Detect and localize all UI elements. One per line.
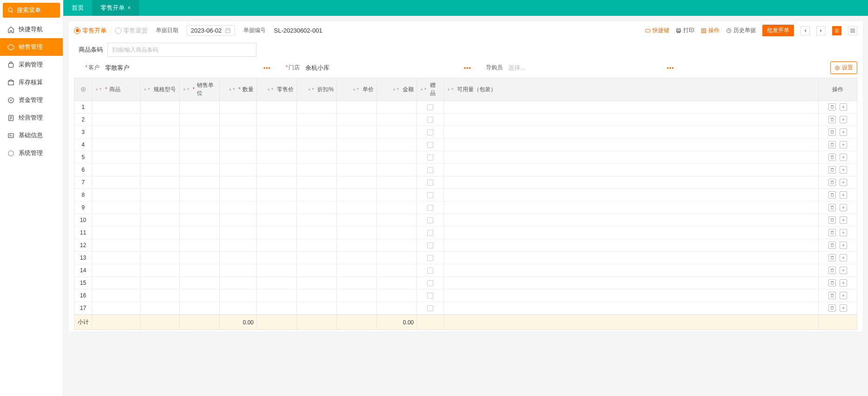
delete-row-button[interactable] [828, 128, 836, 136]
shortcut-button[interactable]: 快捷键 [645, 27, 669, 34]
table-row[interactable]: 11 [74, 227, 857, 239]
add-row-button[interactable] [840, 128, 847, 136]
add-row-button[interactable] [840, 141, 847, 148]
delete-row-button[interactable] [828, 141, 836, 148]
add-row-button[interactable] [840, 154, 847, 161]
bulk-order-button[interactable]: 批发开单 [762, 25, 794, 36]
table-row[interactable]: 13 [74, 252, 857, 264]
th-unit[interactable]: ▲▼*销售单位 [180, 78, 220, 101]
grid-view-button[interactable] [848, 26, 857, 35]
list-view-button[interactable] [832, 26, 841, 35]
gift-checkbox[interactable] [427, 305, 433, 311]
gift-checkbox[interactable] [427, 154, 433, 161]
delete-row-button[interactable] [828, 179, 836, 186]
gift-checkbox[interactable] [427, 180, 433, 186]
delete-row-button[interactable] [828, 292, 836, 299]
add-row-button[interactable] [840, 191, 847, 199]
gift-checkbox[interactable] [427, 142, 433, 148]
delete-row-button[interactable] [828, 103, 836, 111]
add-row-button[interactable] [840, 216, 847, 224]
tab-首页[interactable]: 首页 [63, 0, 92, 16]
delete-row-button[interactable] [828, 304, 836, 312]
table-row[interactable]: 6 [74, 164, 857, 176]
add-row-button[interactable] [840, 179, 847, 186]
guide-picker[interactable]: 选择... ••• [507, 62, 675, 74]
delete-row-button[interactable] [828, 242, 836, 249]
add-row-button[interactable] [840, 204, 847, 211]
gift-checkbox[interactable] [427, 217, 433, 223]
delete-row-button[interactable] [828, 279, 836, 287]
table-row[interactable]: 2 [74, 114, 857, 126]
add-row-button[interactable] [840, 304, 847, 312]
th-amount[interactable]: ▲▼金额 [377, 78, 417, 101]
table-row[interactable]: 12 [74, 239, 857, 252]
gift-checkbox[interactable] [427, 230, 433, 236]
table-row[interactable]: 1 [74, 101, 857, 114]
table-row[interactable]: 3 [74, 126, 857, 139]
th-disc[interactable]: ▲▼折扣% [297, 78, 337, 101]
barcode-input[interactable] [108, 43, 256, 57]
th-spec[interactable]: ▲▼规格型号 [141, 78, 180, 101]
add-row-button[interactable] [840, 292, 847, 299]
table-row[interactable]: 17 [74, 302, 857, 315]
th-price[interactable]: ▲▼零售价 [257, 78, 297, 101]
gift-checkbox[interactable] [427, 192, 433, 198]
search-menu-button[interactable]: 搜索菜单 [3, 3, 60, 18]
delete-row-button[interactable] [828, 154, 836, 161]
table-row[interactable]: 9 [74, 201, 857, 214]
table-row[interactable]: 7 [74, 176, 857, 189]
history-button[interactable]: 历史单据 [726, 27, 756, 34]
table-row[interactable]: 8 [74, 189, 857, 201]
th-gear[interactable] [74, 78, 92, 101]
add-row-button[interactable] [840, 116, 847, 123]
gift-checkbox[interactable] [427, 268, 433, 274]
radio-retail-return[interactable]: 零售退货 [115, 27, 148, 35]
delete-row-button[interactable] [828, 191, 836, 199]
table-row[interactable]: 4 [74, 139, 857, 151]
th-product[interactable]: ▲▼*商品 [92, 78, 141, 101]
sidebar-item-stock[interactable]: 库存核算 [0, 74, 63, 91]
add-row-button[interactable] [840, 254, 847, 262]
add-row-button[interactable] [840, 103, 847, 111]
gift-checkbox[interactable] [427, 255, 433, 261]
customer-picker[interactable]: 零散客户 ••• [104, 62, 272, 74]
add-row-button[interactable] [840, 267, 847, 274]
next-button[interactable] [816, 26, 826, 35]
operate-button[interactable]: 操作 [701, 27, 720, 34]
table-row[interactable]: 5 [74, 151, 857, 164]
sidebar-item-biz[interactable]: 经营管理 [0, 109, 63, 127]
th-uprice[interactable]: ▲▼单价 [337, 78, 377, 101]
add-row-button[interactable] [840, 242, 847, 249]
gift-checkbox[interactable] [427, 293, 433, 299]
table-row[interactable]: 10 [74, 214, 857, 227]
sidebar-item-home[interactable]: 快捷导航 [0, 20, 63, 38]
sidebar-item-fund[interactable]: ¥资金管理 [0, 91, 63, 109]
th-qty[interactable]: ▲▼*数量 [220, 78, 257, 101]
table-row[interactable]: 14 [74, 264, 857, 277]
gift-checkbox[interactable] [427, 167, 433, 173]
sidebar-item-base[interactable]: 基础信息 [0, 127, 63, 144]
delete-row-button[interactable] [828, 254, 836, 262]
add-row-button[interactable] [840, 279, 847, 287]
delete-row-button[interactable] [828, 216, 836, 224]
delete-row-button[interactable] [828, 116, 836, 123]
store-picker[interactable]: 余杭小库 ••• [304, 62, 472, 74]
delete-row-button[interactable] [828, 204, 836, 211]
close-icon[interactable]: × [128, 5, 131, 11]
th-avail[interactable]: ▲▼可用量（包装） [444, 78, 819, 101]
gift-checkbox[interactable] [427, 242, 433, 248]
print-button[interactable]: 打印 [676, 27, 694, 34]
tab-零售开单[interactable]: 零售开单× [92, 0, 139, 16]
add-row-button[interactable] [840, 166, 847, 174]
add-row-button[interactable] [840, 229, 847, 236]
gift-checkbox[interactable] [427, 205, 433, 211]
gift-checkbox[interactable] [427, 117, 433, 123]
prev-button[interactable] [801, 26, 810, 35]
th-gift[interactable]: ▲▼赠品 [417, 78, 444, 101]
gift-checkbox[interactable] [427, 104, 433, 110]
radio-retail-open[interactable]: 零售开单 [74, 27, 107, 35]
sidebar-item-purchase[interactable]: 采购管理 [0, 56, 63, 74]
gift-checkbox[interactable] [427, 129, 433, 135]
gift-checkbox[interactable] [427, 280, 433, 286]
sidebar-item-sale[interactable]: 销售管理 [0, 38, 63, 56]
